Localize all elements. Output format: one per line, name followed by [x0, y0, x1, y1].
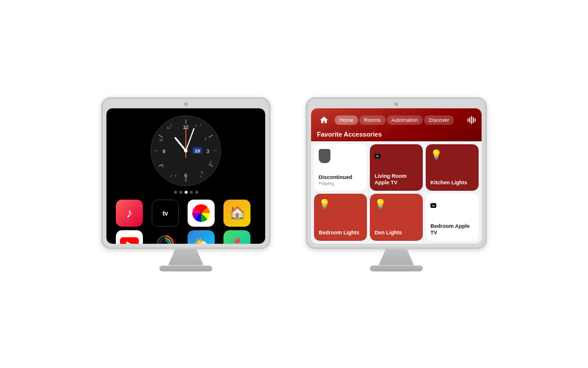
svg-text:7: 7: [175, 174, 176, 178]
dot-4: [190, 191, 193, 194]
bulb-icon-bedroom: 💡: [319, 199, 330, 209]
right-camera-dot: [395, 102, 398, 106]
left-monitor-body: 12 3 6 9 1 2 4 5 7 8 10 11: [101, 97, 270, 249]
tab-home[interactable]: Home: [335, 115, 358, 125]
app-home[interactable]: 🏠: [223, 200, 250, 227]
homepod-icon: [319, 149, 330, 163]
kitchen-lights-label: Kitchen Lights: [430, 180, 474, 186]
right-monitor-base: [370, 266, 423, 271]
svg-text:2: 2: [205, 137, 206, 141]
youtube-logo: ▶: [120, 237, 139, 244]
svg-line-5: [200, 174, 202, 177]
photos-wheel: [192, 204, 210, 222]
svg-text:1: 1: [195, 123, 197, 127]
svg-text:4: 4: [210, 160, 212, 164]
nav-tabs: Home Rooms Automation Discover: [335, 115, 464, 125]
svg-text:10: 10: [159, 138, 163, 142]
app-weather[interactable]: ⛅: [188, 230, 215, 244]
left-screen: 12 3 6 9 1 2 4 5 7 8 10 11: [106, 108, 265, 244]
dot-1: [174, 191, 177, 194]
svg-line-27: [186, 128, 194, 150]
clock-widget: 12 3 6 9 1 2 4 5 7 8 10 11: [151, 115, 221, 186]
left-monitor-base: [159, 266, 212, 271]
siri-button[interactable]: [467, 116, 476, 124]
dot-5: [195, 191, 198, 194]
tab-automation[interactable]: Automation: [387, 115, 423, 125]
app-findmy[interactable]: 📍: [223, 230, 250, 244]
svg-line-10: [159, 135, 163, 137]
svg-line-11: [170, 124, 172, 127]
svg-line-26: [175, 138, 186, 151]
bulb-icon-kitchen: 💡: [430, 150, 442, 160]
svg-text:9: 9: [162, 148, 165, 154]
accessory-living-room-tv[interactable]: tv Living Room Apple TV: [370, 144, 423, 191]
right-monitor-stand: [379, 249, 414, 266]
living-room-tv-label: Living Room Apple TV: [375, 173, 418, 186]
app-music[interactable]: ♪: [116, 200, 143, 227]
svg-line-7: [170, 174, 172, 177]
svg-text:5: 5: [201, 171, 203, 174]
siri-icon: [467, 116, 476, 124]
svg-line-4: [209, 164, 213, 166]
dot-3: [185, 191, 188, 194]
left-monitor: 12 3 6 9 1 2 4 5 7 8 10 11: [101, 97, 270, 271]
svg-line-2: [209, 135, 213, 137]
app-appletv[interactable]: tv: [152, 200, 179, 227]
svg-text:11: 11: [166, 125, 171, 129]
clock-face: 12 3 6 9 1 2 4 5 7 8 10 11: [151, 115, 221, 186]
right-monitor-body: Home Rooms Automation Discover: [306, 97, 487, 249]
svg-text:8: 8: [162, 164, 164, 167]
svg-point-30: [184, 149, 188, 152]
svg-line-1: [200, 124, 202, 127]
bulb-icon-den: 💡: [375, 199, 386, 209]
tab-rooms[interactable]: Rooms: [359, 115, 386, 125]
accessory-kitchen-lights[interactable]: 💡 Kitchen Lights: [426, 144, 479, 191]
app-youtube[interactable]: ▶: [116, 230, 143, 244]
appletv-badge-bedroom: tv: [430, 203, 436, 208]
page-dots: [174, 191, 198, 194]
accessory-discontinued[interactable]: Discontinued Playing: [314, 144, 367, 191]
app-grid: ♪ tv 🏠: [111, 200, 260, 244]
home-nav-icon[interactable]: [317, 113, 331, 127]
scene: 12 3 6 9 1 2 4 5 7 8 10 11: [101, 97, 487, 271]
left-monitor-stand: [168, 249, 203, 266]
accessories-grid: Discontinued Playing tv Living Room Appl…: [311, 141, 482, 244]
tab-discover[interactable]: Discover: [424, 115, 454, 125]
svg-text:29: 29: [195, 148, 200, 153]
home-nav: Home Rooms Automation Discover: [317, 113, 476, 127]
home-header: Home Rooms Automation Discover: [311, 108, 482, 141]
svg-text:6: 6: [185, 173, 188, 178]
camera-dot: [184, 102, 188, 106]
den-lights-label: Den Lights: [375, 230, 418, 236]
accessory-bedroom-lights[interactable]: 💡 Bedroom Lights: [314, 194, 367, 241]
right-screen: Home Rooms Automation Discover: [311, 108, 482, 244]
appletv-badge: tv: [375, 154, 380, 158]
svg-text:3: 3: [206, 148, 209, 154]
app-fitness[interactable]: [152, 230, 179, 244]
app-photos[interactable]: [188, 200, 215, 227]
discontinued-sublabel: Playing: [319, 181, 362, 186]
accessory-bedroom-tv[interactable]: tv Bedroom Apple TV: [426, 194, 479, 241]
accessory-den-lights[interactable]: 💡 Den Lights: [370, 194, 423, 241]
section-title: Favorite Accessories: [317, 131, 476, 138]
discontinued-label: Discontinued: [319, 174, 362, 181]
bedroom-lights-label: Bedroom Lights: [319, 230, 362, 236]
right-monitor: Home Rooms Automation Discover: [306, 97, 487, 271]
dot-2: [179, 191, 182, 194]
bedroom-tv-label: Bedroom Apple TV: [430, 223, 474, 236]
